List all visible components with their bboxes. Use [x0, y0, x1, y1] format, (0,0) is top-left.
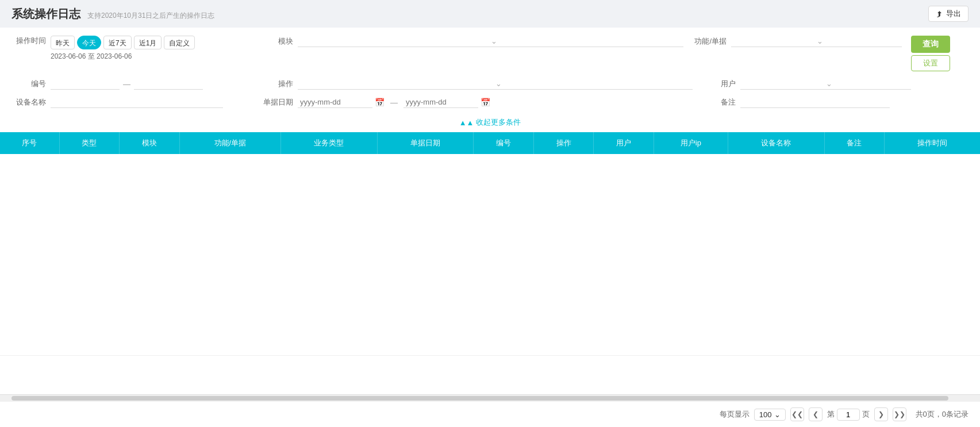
calendar-end-icon[interactable]: 📅	[481, 98, 490, 107]
col-voucher-date: 单据日期	[377, 132, 474, 154]
device-label: 设备名称	[11, 97, 46, 107]
pagination-area: 每页显示 100 ⌄ ❮❮ ❮ 第 页 ❯ ❯❯ 共0页，0条记录	[0, 401, 980, 427]
user-select[interactable]: ⌄	[740, 78, 911, 90]
page-unit-label: 页	[862, 409, 870, 420]
user-col: 用户 ⌄	[693, 78, 911, 90]
number-input-start[interactable]	[51, 78, 120, 90]
voucher-date-col: 单据日期 📅 — 📅	[259, 97, 693, 108]
date-start-input[interactable]	[298, 97, 372, 108]
last-page-button[interactable]: ❯❯	[893, 407, 906, 421]
col-user: 用户	[594, 132, 654, 154]
number-input-end[interactable]	[134, 78, 203, 90]
user-label: 用户	[693, 79, 736, 89]
table-area: 序号 类型 模块 功能/单据 业务类型 单据日期 编号 操作 用户 用户ip 设…	[0, 132, 980, 394]
remark-input[interactable]	[740, 97, 890, 108]
col-biz-type: 业务类型	[281, 132, 378, 154]
time-btn-today[interactable]: 今天	[77, 36, 101, 49]
func-chevron-icon: ⌄	[817, 37, 900, 45]
collapse-label: 收起更多条件	[476, 117, 521, 128]
collapse-up-icon: ▲▲	[459, 118, 474, 127]
settings-button[interactable]: 设置	[911, 55, 950, 71]
page-number-input[interactable]	[837, 409, 860, 421]
operation-col: 操作 ⌄	[259, 78, 693, 90]
page-size-select[interactable]: 100 ⌄	[754, 409, 786, 421]
export-icon: ⮭	[936, 9, 944, 18]
col-remark: 备注	[824, 132, 884, 154]
time-filter-col: 操作时间 昨天 今天 近7天 近1月 自定义 2023-06-06 至 2023…	[11, 36, 259, 61]
empty-row	[0, 154, 980, 355]
action-col: 查询 设置	[911, 36, 969, 71]
page-num-wrap: 第 页	[827, 409, 870, 421]
filter-row-1: 操作时间 昨天 今天 近7天 近1月 自定义 2023-06-06 至 2023…	[11, 36, 969, 71]
user-chevron-icon: ⌄	[826, 79, 909, 88]
filter-row-2: 编号 — 操作 ⌄ 用户 ⌄	[11, 78, 969, 90]
scrollbar-thumb[interactable]	[11, 396, 948, 401]
col-op-time: 操作时间	[884, 132, 980, 154]
number-dash: —	[120, 80, 134, 89]
date-range-wrap: 📅 — 📅	[298, 97, 490, 108]
col-module: 模块	[120, 132, 179, 154]
time-btn-7days[interactable]: 近7天	[103, 36, 132, 49]
table-header-row: 序号 类型 模块 功能/单据 业务类型 单据日期 编号 操作 用户 用户ip 设…	[0, 132, 980, 154]
scrollbar-area[interactable]	[0, 394, 980, 401]
collapse-button[interactable]: ▲▲ 收起更多条件	[459, 117, 521, 128]
operation-label: 操作	[259, 79, 293, 89]
func-col: 功能/单据 ⌄	[683, 36, 902, 47]
data-table: 序号 类型 模块 功能/单据 业务类型 单据日期 编号 操作 用户 用户ip 设…	[0, 132, 980, 356]
empty-area	[0, 154, 980, 355]
col-number: 编号	[474, 132, 533, 154]
number-label: 编号	[11, 79, 46, 89]
page-header: 系统操作日志 支持2020年10月31日之后产生的操作日志 ⮭ 导出	[0, 0, 980, 28]
table-body	[0, 154, 980, 355]
page-size-chevron-icon: ⌄	[774, 410, 781, 419]
filter-section: 操作时间 昨天 今天 近7天 近1月 自定义 2023-06-06 至 2023…	[0, 28, 980, 132]
page-header-left: 系统操作日志 支持2020年10月31日之后产生的操作日志	[11, 6, 214, 22]
time-btn-yesterday[interactable]: 昨天	[51, 36, 75, 49]
time-label: 操作时间	[11, 36, 46, 46]
date-end-input[interactable]	[403, 97, 478, 108]
col-device: 设备名称	[728, 132, 824, 154]
module-chevron-icon: ⌄	[491, 37, 682, 45]
page-wrapper: 系统操作日志 支持2020年10月31日之后产生的操作日志 ⮭ 导出 操作时间 …	[0, 0, 980, 427]
time-filter-content: 昨天 今天 近7天 近1月 自定义 2023-06-06 至 2023-06-0…	[51, 36, 195, 61]
time-btns: 昨天 今天 近7天 近1月 自定义	[51, 36, 195, 49]
col-func: 功能/单据	[179, 132, 280, 154]
page-prefix-label: 第	[827, 409, 835, 420]
time-btn-1month[interactable]: 近1月	[134, 36, 162, 49]
remark-label: 备注	[693, 97, 736, 107]
col-user-ip: 用户ip	[654, 132, 728, 154]
col-operation: 操作	[533, 132, 593, 154]
operation-select[interactable]: ⌄	[298, 78, 693, 90]
export-button[interactable]: ⮭ 导出	[928, 6, 969, 22]
device-col: 设备名称	[11, 97, 259, 108]
prev-page-button[interactable]: ❮	[809, 407, 823, 421]
func-select[interactable]: ⌄	[731, 36, 902, 47]
remark-col: 备注	[693, 97, 911, 108]
time-btn-custom[interactable]: 自定义	[164, 36, 195, 49]
page-size-value: 100	[759, 410, 772, 419]
query-button[interactable]: 查询	[911, 36, 950, 53]
module-select[interactable]: ⌄	[298, 36, 683, 47]
page-subtitle: 支持2020年10月31日之后产生的操作日志	[87, 11, 214, 21]
module-label: 模块	[259, 36, 293, 47]
filter-row-3: 设备名称 单据日期 📅 — 📅 备注	[11, 97, 969, 108]
page-total: 共0页，0条记录	[916, 409, 969, 420]
page-size-label: 每页显示	[720, 409, 750, 420]
export-label: 导出	[946, 9, 961, 19]
page-title: 系统操作日志	[11, 6, 80, 22]
voucher-date-label: 单据日期	[259, 97, 293, 107]
number-col: 编号 —	[11, 78, 259, 90]
next-page-button[interactable]: ❯	[874, 407, 888, 421]
device-input[interactable]	[51, 97, 223, 108]
first-page-button[interactable]: ❮❮	[790, 407, 804, 421]
date-dash: —	[387, 98, 401, 107]
table-header: 序号 类型 模块 功能/单据 业务类型 单据日期 编号 操作 用户 用户ip 设…	[0, 132, 980, 154]
time-range-text: 2023-06-06 至 2023-06-06	[51, 52, 195, 61]
col-type: 类型	[59, 132, 119, 154]
module-col: 模块 ⌄	[259, 36, 683, 47]
col-index: 序号	[0, 132, 59, 154]
func-label: 功能/单据	[683, 36, 727, 47]
calendar-start-icon[interactable]: 📅	[375, 98, 385, 107]
operation-chevron-icon: ⌄	[495, 79, 691, 88]
collapse-row: ▲▲ 收起更多条件	[11, 115, 969, 128]
